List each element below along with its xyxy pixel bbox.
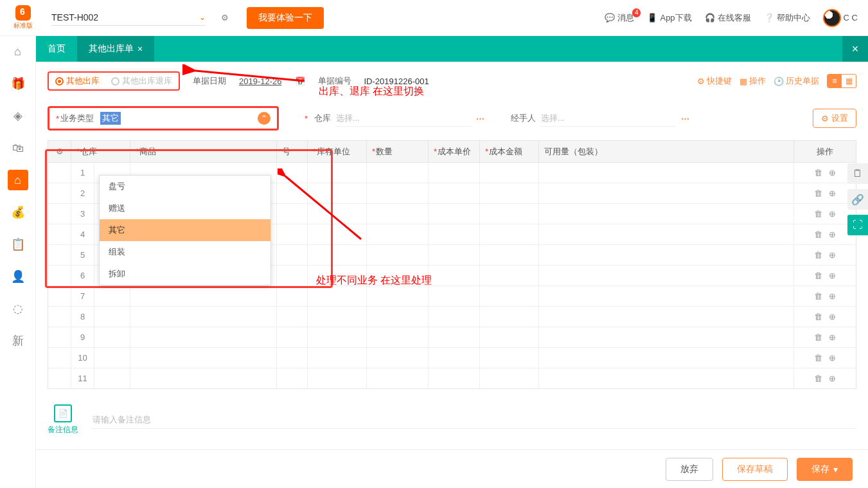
date-value[interactable]: 2019-12-26 <box>239 77 282 86</box>
add-row-icon[interactable]: ⊕ <box>829 291 836 301</box>
annotation-2: 处理不同业务 在这里处理 <box>316 274 432 287</box>
add-row-icon[interactable]: ⊕ <box>829 188 836 198</box>
nav-home[interactable]: ⌂ <box>8 41 28 62</box>
help-label: 帮助中心 <box>777 12 810 24</box>
discard-button[interactable]: 放弃 <box>666 458 713 481</box>
content-area: 其他出库 其他出库退库 单据日期 2019-12-26 📅 单据编号 ID-20… <box>36 62 868 449</box>
online-service-link[interactable]: 🎧 在线客服 <box>705 12 751 24</box>
save-draft-button[interactable]: 保存草稿 <box>722 458 788 481</box>
chevron-up-icon[interactable]: ⌃ <box>258 112 270 125</box>
user-name: C C <box>844 13 858 23</box>
delete-row-icon[interactable]: 🗑 <box>814 188 822 198</box>
close-icon[interactable]: × <box>137 44 143 54</box>
side-rail: 🗒 🔗 ⛶ <box>847 163 868 235</box>
nav-diamond[interactable]: ◈ <box>8 105 28 126</box>
delete-row-icon[interactable]: 🗑 <box>814 312 822 321</box>
add-row-icon[interactable]: ⊕ <box>829 271 836 280</box>
radio-outbound[interactable]: 其他出库 <box>55 75 100 87</box>
nav-new[interactable]: 新 <box>8 330 28 351</box>
delete-row-icon[interactable]: 🗑 <box>814 230 822 239</box>
nav-warehouse[interactable]: ⌂ <box>8 170 28 190</box>
nav-money[interactable]: 💰 <box>8 202 28 222</box>
col-config[interactable]: ⚙ <box>48 141 71 162</box>
logo[interactable]: 标准版 <box>10 5 36 30</box>
warehouse-more-icon[interactable]: ⋯ <box>476 114 485 123</box>
handler-more-icon[interactable]: ⋯ <box>681 114 690 123</box>
warehouse-select[interactable]: 选择... <box>336 111 471 127</box>
settings-label: 设置 <box>831 113 848 124</box>
operate-link[interactable]: ▦操作 <box>740 75 766 87</box>
table-row[interactable]: 9🗑⊕ <box>48 327 856 348</box>
form-row-1: 其他出库 其他出库退库 单据日期 2019-12-26 📅 单据编号 ID-20… <box>48 69 856 93</box>
radio-icon <box>55 77 64 86</box>
delete-row-icon[interactable]: 🗑 <box>814 291 822 301</box>
col-code: 号 <box>277 141 308 162</box>
remark-row: 📄 备注信息 <box>48 398 856 442</box>
dropdown-item[interactable]: 盘亏 <box>100 176 270 197</box>
shortcut-label: 快捷键 <box>707 75 732 87</box>
nav-contact[interactable]: 👤 <box>8 266 28 287</box>
add-row-icon[interactable]: ⊕ <box>829 209 836 219</box>
handler-select[interactable]: 选择... <box>541 111 676 127</box>
delete-row-icon[interactable]: 🗑 <box>814 209 822 219</box>
add-row-icon[interactable]: ⊕ <box>829 332 836 342</box>
delete-row-icon[interactable]: 🗑 <box>814 332 822 342</box>
user-menu[interactable]: C C <box>823 9 858 27</box>
table-row[interactable]: 11🗑⊕ <box>48 368 856 388</box>
company-select[interactable]: TEST-H002 ⌄ <box>51 10 206 26</box>
nav-refresh[interactable]: ◌ <box>8 298 28 319</box>
headset-icon: 🎧 <box>705 13 715 23</box>
dropdown-item[interactable]: 拆卸 <box>100 263 270 285</box>
nav-bag[interactable]: 🛍 <box>8 138 28 158</box>
nav-gift[interactable]: 🎁 <box>8 73 28 94</box>
app-download-link[interactable]: 📱 App下载 <box>647 12 691 24</box>
table-row[interactable]: 10🗑⊕ <box>48 348 856 368</box>
rail-link[interactable]: 🔗 <box>847 189 868 210</box>
dropdown-item[interactable]: 赠送 <box>100 197 270 219</box>
shortcut-link[interactable]: ⚙快捷键 <box>697 75 732 87</box>
col-goods: *商品 <box>130 141 277 162</box>
settings-button[interactable]: ⚙设置 <box>813 109 856 128</box>
save-button[interactable]: 保存▾ <box>797 458 853 481</box>
add-row-icon[interactable]: ⊕ <box>829 230 836 239</box>
rail-expand[interactable]: ⛶ <box>847 215 868 235</box>
remark-input[interactable] <box>91 411 856 429</box>
remark-label: 备注信息 <box>48 424 78 435</box>
add-row-icon[interactable]: ⊕ <box>829 250 836 260</box>
dropdown-item[interactable]: 组装 <box>100 241 270 263</box>
tab-home[interactable]: 首页 <box>36 36 77 62</box>
radio-return[interactable]: 其他出库退库 <box>111 75 172 87</box>
save-label: 保存 <box>811 464 829 475</box>
delete-row-icon[interactable]: 🗑 <box>814 271 822 280</box>
help-center-link[interactable]: ❔ 帮助中心 <box>764 12 810 24</box>
calendar-icon[interactable]: 📅 <box>295 77 305 86</box>
view-grid[interactable]: ▦ <box>842 75 856 87</box>
table-row[interactable]: 8🗑⊕ <box>48 307 856 327</box>
tab-current[interactable]: 其他出库单 × <box>77 36 154 62</box>
settings-gear-button[interactable]: ⚙ <box>216 9 234 27</box>
try-button[interactable]: 我要体验一下 <box>247 7 324 29</box>
add-row-icon[interactable]: ⊕ <box>829 168 836 177</box>
close-all-tabs[interactable]: × <box>842 36 868 62</box>
dropdown-item[interactable]: 其它 <box>100 219 270 241</box>
top-header: 标准版 TEST-H002 ⌄ ⚙ 我要体验一下 💬 消息 4 📱 App下载 … <box>0 0 868 36</box>
history-link[interactable]: 🕑历史单据 <box>774 75 819 87</box>
delete-row-icon[interactable]: 🗑 <box>814 250 822 260</box>
biz-type-value: 其它 <box>100 112 121 125</box>
message-icon: 💬 <box>605 13 615 23</box>
rail-note[interactable]: 🗒 <box>847 163 868 184</box>
add-row-icon[interactable]: ⊕ <box>829 374 836 383</box>
messages-link[interactable]: 💬 消息 4 <box>605 12 634 24</box>
nav-clipboard[interactable]: 📋 <box>8 234 28 255</box>
delete-row-icon[interactable]: 🗑 <box>814 168 822 177</box>
delete-row-icon[interactable]: 🗑 <box>814 374 822 383</box>
delete-row-icon[interactable]: 🗑 <box>814 353 822 363</box>
side-nav: ⌂ 🎁 ◈ 🛍 ⌂ 💰 📋 👤 ◌ 新 <box>0 36 36 488</box>
add-row-icon[interactable]: ⊕ <box>829 353 836 363</box>
tab-current-label: 其他出库单 <box>89 43 134 55</box>
remark-icon-block: 📄 备注信息 <box>48 404 78 435</box>
add-row-icon[interactable]: ⊕ <box>829 312 836 321</box>
view-list[interactable]: ≡ <box>828 75 842 87</box>
business-type-field[interactable]: * 业务类型 其它 ⌃ <box>48 106 279 131</box>
table-row[interactable]: 7🗑⊕ <box>48 286 856 307</box>
